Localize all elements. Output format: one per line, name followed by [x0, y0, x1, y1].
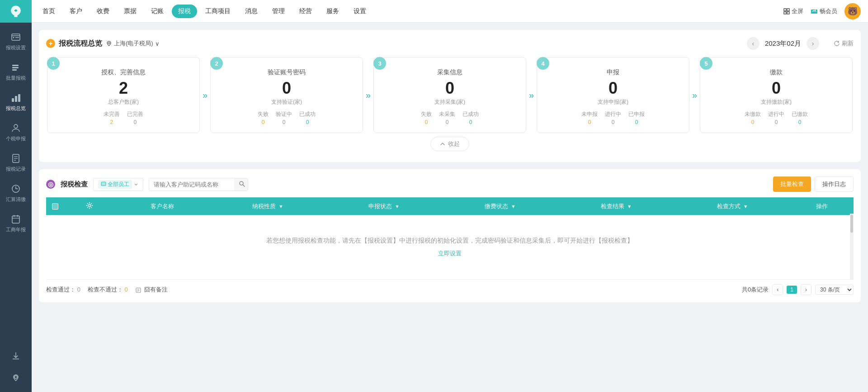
nav-item-manage[interactable]: 管理 [266, 5, 291, 18]
employee-filter[interactable]: 全部员工 [93, 178, 143, 191]
refresh-button[interactable]: 刷新 [834, 39, 854, 48]
pass-count[interactable]: 0 [77, 286, 80, 293]
nav-item-home[interactable]: 首页 [36, 5, 61, 18]
settings-icon[interactable] [86, 202, 93, 209]
step-subtitle-5: 支持缴款(家) [761, 98, 792, 106]
nav-item-tax[interactable]: 报税 [172, 5, 197, 18]
th-pay-status: 缴费状态 ▼ [442, 197, 558, 215]
step-count-1: 2 [119, 80, 128, 96]
arrow-4-5: » [690, 57, 699, 133]
select-all-checkbox[interactable] [52, 203, 58, 210]
declare-status-filter-icon[interactable]: ▼ [395, 204, 400, 209]
sidebar-item-tax-settings[interactable]: 报税设置 [0, 27, 32, 56]
svg-rect-9 [12, 65, 19, 66]
empty-message: 若您想使用报税检查功能，请先在【报税设置】中进行报税的初始化设置，完成密码验证和… [61, 237, 839, 245]
collapse-button[interactable]: 收起 [430, 137, 469, 151]
nav-item-operation[interactable]: 经营 [293, 5, 318, 18]
month-nav: ‹ 2023年02月 › [747, 37, 819, 50]
employee-icon [101, 182, 106, 187]
prev-page-button[interactable]: ‹ [772, 284, 783, 295]
stat-paid: 已缴款 0 [792, 110, 808, 125]
tax-nature-filter-icon[interactable]: ▼ [278, 204, 283, 209]
sidebar-item-annual-report[interactable]: 工商年报 [0, 209, 32, 238]
app-logo [0, 0, 32, 23]
nav-item-invoice[interactable]: 票据 [118, 5, 143, 18]
nav-item-service[interactable]: 服务 [320, 5, 345, 18]
tax-check-section: ◎ 报税检查 全部员工 [39, 169, 861, 302]
left-sidebar: 报税设置 批量报税 报税总览 个税申报 [0, 23, 32, 392]
step-stats-4: 未申报 0 进行中 0 已申报 0 [581, 110, 645, 125]
overview-section: + 报税流程总览 上海(电子税局) ∨ ‹ 2023年02月 › [39, 30, 861, 162]
next-page-button[interactable]: › [801, 284, 811, 295]
sidebar-item-personal-tax[interactable]: 个税申报 [0, 118, 32, 147]
overview-title: 报税流程总览 [59, 39, 102, 48]
sidebar-item-tax-overview[interactable]: 报税总览 [0, 88, 32, 116]
per-page-select[interactable]: 30 条/页50 条/页100 条/页 [815, 285, 854, 295]
sidebar-label-annual-report: 工商年报 [6, 226, 26, 233]
stat-not-paid: 未缴款 0 [745, 110, 761, 125]
step-num-2: 2 [210, 57, 223, 70]
pay-status-filter-icon[interactable]: ▼ [511, 204, 516, 209]
nav-item-account[interactable]: 记账 [145, 5, 170, 18]
nav-item-message[interactable]: 消息 [239, 5, 264, 18]
nav-item-fee[interactable]: 收费 [90, 5, 116, 18]
sidebar-item-batch-tax[interactable]: 批量报税 [0, 57, 32, 86]
stat-verify-success: 已成功 0 [299, 110, 316, 125]
download-icon [10, 350, 21, 361]
stat-not-collected: 未采集 0 [439, 110, 455, 125]
prev-month-button[interactable]: ‹ [747, 37, 760, 50]
settlement-icon [10, 183, 21, 194]
avatar[interactable]: 🐻 [844, 3, 861, 19]
svg-line-31 [243, 185, 245, 186]
batch-check-button[interactable]: 批量检查 [773, 177, 811, 192]
personal-tax-icon [10, 123, 21, 134]
note-label: 囧有备注 [135, 286, 168, 294]
svg-point-30 [240, 182, 243, 185]
sidebar-item-settlement[interactable]: 汇算清缴 [0, 179, 32, 207]
setup-link[interactable]: 立即设置 [61, 249, 839, 258]
vip-button[interactable]: 畅会员 [811, 7, 837, 15]
scrollbar-thumb[interactable] [850, 215, 853, 233]
next-month-button[interactable]: › [807, 37, 819, 50]
step-stats-3: 失败 0 未采集 0 已成功 0 [421, 110, 479, 125]
step-num-5: 5 [700, 57, 712, 70]
flow-step-1: 1 授权、完善信息 2 总客户数(家) 未完善 2 已完善 0 [47, 57, 200, 133]
search-box [149, 178, 248, 191]
sidebar-label-personal-tax: 个税申报 [6, 135, 26, 142]
nav-item-customer[interactable]: 客户 [63, 5, 89, 18]
batch-tax-icon [10, 62, 21, 73]
sidebar-item-download[interactable] [0, 346, 32, 366]
svg-rect-14 [18, 94, 20, 102]
stat-verifying: 验证中 0 [276, 110, 292, 125]
refresh-icon [834, 40, 840, 47]
check-result-filter-icon[interactable]: ▼ [627, 204, 632, 209]
nav-item-business[interactable]: 工商项目 [199, 5, 237, 18]
empty-state-row: 若您想使用报税检查功能，请先在【报税设置】中进行报税的初始化设置，完成密码验证和… [46, 215, 854, 280]
fail-count[interactable]: 0 [124, 286, 127, 293]
svg-rect-3 [787, 12, 789, 14]
step-subtitle-2: 支持验证(家) [271, 98, 302, 106]
total-records: 共0条记录 [742, 286, 769, 294]
location-badge[interactable]: 上海(电子税局) ∨ [106, 39, 160, 48]
fullscreen-button[interactable]: 全屏 [783, 7, 803, 15]
stat-paying: 进行中 0 [768, 110, 784, 125]
arrow-3-4: » [527, 57, 536, 133]
search-input[interactable] [149, 179, 234, 190]
month-text: 2023年02月 [765, 39, 801, 48]
location-pin-icon [106, 40, 112, 47]
action-buttons: 批量检查 操作日志 [773, 177, 854, 192]
search-button[interactable] [234, 178, 248, 191]
sidebar-item-location[interactable] [0, 368, 32, 387]
check-method-filter-icon[interactable]: ▼ [743, 204, 748, 209]
sidebar-item-tax-record[interactable]: 报税记录 [0, 148, 32, 177]
search-icon [239, 181, 245, 187]
nav-item-settings[interactable]: 设置 [347, 5, 373, 18]
svg-rect-12 [12, 98, 14, 102]
arrow-2-3: » [364, 57, 373, 133]
step-title-5: 缴款 [770, 68, 783, 76]
operation-log-button[interactable]: 操作日志 [815, 177, 854, 192]
stat-collect-fail: 失败 0 [421, 110, 432, 125]
svg-rect-11 [12, 69, 17, 71]
th-checkbox [46, 197, 64, 215]
tax-check-table: 客户名称 纳税性质 ▼ 申报状态 ▼ 缴费状态 ▼ [46, 197, 854, 280]
